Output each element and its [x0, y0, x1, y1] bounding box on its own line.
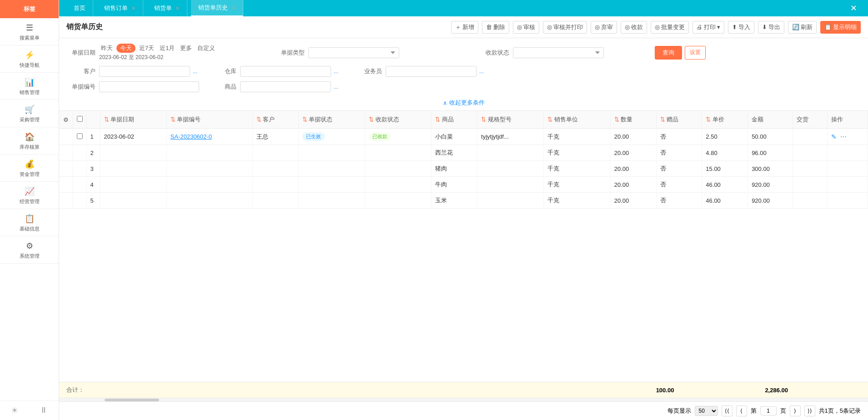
col-goods[interactable]: ⇅ 商品: [431, 111, 477, 129]
salesperson-suffix[interactable]: ...: [479, 68, 484, 75]
select-all-checkbox[interactable]: [77, 116, 83, 122]
col-sales-unit[interactable]: ⇅ 销售单位: [544, 111, 610, 129]
cell-doc-date: [100, 161, 166, 177]
sidebar-item-quick-nav[interactable]: ⚡ 快捷导航: [0, 45, 59, 73]
col-customer[interactable]: ⇅ 客户: [252, 111, 298, 129]
tab-sales-goods-label: 销货单: [154, 4, 172, 12]
cell-checkbox[interactable]: [73, 145, 86, 161]
tab-bar: 首页 销售订单 ✕ 销货单 ✕ 销货单历史 ✕ ✕: [59, 0, 868, 16]
cell-checkbox[interactable]: [73, 161, 86, 177]
cell-checkbox[interactable]: [73, 177, 86, 193]
col-quantity[interactable]: ⇅ 数量: [610, 111, 656, 129]
row-checkbox[interactable]: [77, 133, 83, 139]
filter-row-1: 单据日期 昨天 今天 近7天 近1月 更多 自定义 2023-06-02 至 2…: [66, 44, 861, 61]
collect-button[interactable]: ◎ 收款: [621, 21, 647, 34]
sidebar-item-finance[interactable]: 💰 资金管理: [0, 155, 59, 182]
doc-type-select[interactable]: [308, 47, 399, 58]
query-button[interactable]: 查询: [655, 46, 682, 60]
shortcut-today[interactable]: 今天: [116, 44, 135, 53]
goods-suffix[interactable]: ...: [334, 84, 338, 90]
batch-change-button[interactable]: ◎ 批量变更: [651, 21, 689, 34]
tab-sales-history[interactable]: 销货单历史 ✕: [191, 0, 243, 16]
sidebar-item-purchase-mgmt[interactable]: 🛒 采购管理: [0, 100, 59, 127]
col-doc-status[interactable]: ⇅ 单据状态: [298, 111, 365, 129]
customer-input[interactable]: [99, 66, 190, 77]
sidebar-item-label: 销售管理: [20, 89, 40, 96]
col-spec-type[interactable]: ⇅ 规格型号: [477, 111, 544, 129]
sidebar-item-sys-mgmt[interactable]: ⚙ 系统管理: [0, 236, 59, 264]
payment-status-select[interactable]: [513, 47, 604, 58]
shortcut-7days[interactable]: 近7天: [137, 44, 156, 53]
shortcut-yesterday[interactable]: 昨天: [99, 44, 115, 53]
close-sales-goods-icon[interactable]: ✕: [176, 5, 180, 11]
col-gift[interactable]: ⇅ 赠品: [656, 111, 702, 129]
sidebar-item-inventory[interactable]: 🏠 库存核算: [0, 127, 59, 155]
cell-row-no: 1: [86, 129, 100, 145]
tab-sales-order-label: 销售订单: [104, 4, 128, 12]
collapse-button[interactable]: ∧ 收起更多条件: [66, 97, 861, 110]
shortcut-1month[interactable]: 近1月: [158, 44, 176, 53]
col-payment-status[interactable]: ⇅ 收款状态: [365, 111, 431, 129]
cell-doc-date: [100, 177, 166, 193]
col-unit-price[interactable]: ⇅ 单价: [702, 111, 748, 129]
horizontal-scrollbar[interactable]: [59, 398, 868, 401]
sidebar-bottom-btn2[interactable]: ⏸: [40, 405, 48, 415]
abandon-button[interactable]: ◎ 弃审: [591, 21, 617, 34]
prev-page-button[interactable]: ⟨: [736, 405, 747, 416]
warehouse-input[interactable]: [240, 66, 331, 77]
filter-row-2: 客户 ... 仓库 ... 业务员 ...: [66, 66, 861, 77]
sidebar-item-operations[interactable]: 📈 经营管理: [0, 182, 59, 209]
salesperson-input[interactable]: [386, 66, 477, 77]
shortcut-more[interactable]: 更多: [178, 44, 194, 53]
settings-button[interactable]: 设置: [685, 46, 706, 60]
warehouse-suffix[interactable]: ...: [334, 68, 338, 75]
close-all-tabs-button[interactable]: ✕: [847, 3, 861, 13]
sidebar-bottom-btn1[interactable]: ☀: [11, 405, 18, 415]
col-doc-date[interactable]: ⇅ 单据日期: [100, 111, 166, 129]
cell-actions: ✎ ⋯: [827, 129, 868, 145]
cell-checkbox[interactable]: [73, 129, 86, 145]
col-doc-no[interactable]: ⇅ 单据编号: [166, 111, 252, 129]
customer-suffix[interactable]: ...: [193, 68, 197, 75]
last-page-button[interactable]: ⟩⟩: [804, 405, 815, 416]
import-button[interactable]: ⬆ 导入: [728, 21, 754, 34]
edit-icon[interactable]: ✎: [831, 133, 837, 140]
tab-sales-goods[interactable]: 销货单 ✕: [147, 0, 187, 16]
cell-settings: [59, 129, 73, 145]
print-button[interactable]: 🖨 打印 ▾: [692, 21, 724, 34]
sidebar-item-search-menu[interactable]: ☰ 搜索菜单: [0, 18, 59, 45]
page-title: 销货单历史: [66, 22, 447, 32]
sort-icon: ⇅: [706, 116, 711, 123]
tab-sales-order[interactable]: 销售订单 ✕: [97, 0, 143, 16]
next-page-button[interactable]: ⟩: [790, 405, 801, 416]
per-page-select[interactable]: 50 20 100: [695, 406, 718, 416]
first-page-button[interactable]: ⟨⟨: [722, 405, 733, 416]
show-detail-button[interactable]: 📋 显示明细: [820, 21, 861, 34]
doc-no-input[interactable]: [99, 81, 199, 92]
finance-icon: 💰: [25, 159, 35, 169]
shortcut-custom[interactable]: 自定义: [196, 44, 217, 53]
cell-doc-no: [166, 145, 252, 161]
sort-icon: ⇅: [660, 116, 665, 123]
add-button[interactable]: ＋ 新增: [451, 21, 478, 34]
delete-button[interactable]: 🗑 删除: [482, 21, 509, 34]
page-number-input[interactable]: [760, 406, 777, 415]
sidebar-item-basic-info[interactable]: 📋 基础信息: [0, 209, 59, 236]
col-settings[interactable]: ⚙: [59, 111, 73, 129]
audit-print-button[interactable]: ◎ 审核并打印: [543, 21, 587, 34]
audit-button[interactable]: ◎ 审核: [513, 21, 539, 34]
sidebar-item-sales-mgmt[interactable]: 📊 销售管理: [0, 73, 59, 100]
close-sales-history-icon[interactable]: ✕: [231, 5, 236, 11]
refresh-button[interactable]: 🔄 刷新: [788, 21, 817, 34]
cell-checkbox[interactable]: [73, 193, 86, 209]
tab-home[interactable]: 首页: [66, 0, 93, 16]
cell-goods: 西兰花: [431, 145, 477, 161]
goods-input[interactable]: [240, 81, 331, 92]
more-icon[interactable]: ⋯: [840, 133, 847, 140]
close-sales-order-icon[interactable]: ✕: [131, 5, 135, 11]
col-checkbox[interactable]: [73, 111, 86, 129]
data-table: ⚙ ⇅ 单据日期 ⇅ 单据编号 ⇅ 客户 ⇅ 单据状态 ⇅ 收款状态 ⇅ 商品 …: [59, 111, 868, 209]
table-row: 4 牛肉 千克 20.00 否 46.00 920.00: [59, 177, 868, 193]
doc-no-link[interactable]: SA-20230602-0: [171, 133, 212, 140]
export-button[interactable]: ⬇ 导出: [758, 21, 784, 34]
